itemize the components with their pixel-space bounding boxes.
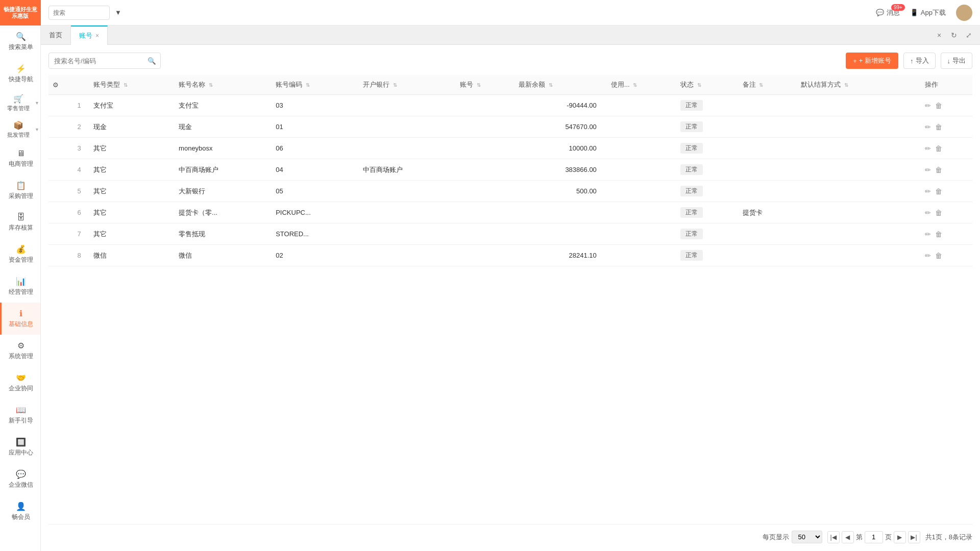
page-prev-button[interactable]: ◀ [842, 531, 854, 543]
delete-button[interactable]: 🗑 [935, 187, 942, 195]
tab-close-all-button[interactable]: × [933, 29, 945, 41]
cell-status: 正常 [676, 181, 738, 202]
edit-button[interactable]: ✏ [925, 252, 931, 260]
cell-account [456, 181, 514, 202]
delete-button[interactable]: 🗑 [935, 166, 942, 174]
sidebar-item-label: 应用中心 [9, 448, 33, 457]
app-icon: 📱 [910, 9, 918, 16]
sidebar-item-search-menu[interactable]: 🔍 搜索菜单 [0, 26, 40, 58]
sidebar-item-operations-mgmt[interactable]: 📊 经营管理 [0, 270, 40, 303]
import-button[interactable]: ↑ 导入 [903, 53, 936, 69]
gear-icon[interactable]: ⚙ [53, 81, 59, 89]
cell-actions: ✏ 🗑 [921, 95, 972, 116]
th-default-settle[interactable]: 默认结算方式 ⇅ [797, 75, 921, 95]
tab-accounts[interactable]: 账号 × [71, 26, 108, 45]
sidebar-item-app-center[interactable]: 🔲 应用中心 [0, 431, 40, 463]
export-button[interactable]: ↓ 导出 [941, 53, 973, 69]
cell-gear [48, 159, 69, 181]
edit-button[interactable]: ✏ [925, 144, 931, 153]
sidebar-item-label: 企业协同 [9, 384, 33, 393]
edit-button[interactable]: ✏ [925, 230, 931, 238]
search-input[interactable] [49, 54, 143, 68]
tab-actions: × ↻ ⤢ [933, 29, 980, 41]
delete-button[interactable]: 🗑 [935, 209, 942, 217]
cell-gear [48, 95, 69, 116]
cell-default-settle [797, 245, 921, 266]
th-account[interactable]: 账号 ⇅ [456, 75, 514, 95]
cell-bank [359, 245, 456, 266]
th-use[interactable]: 使用... ⇅ [607, 75, 676, 95]
enterprise-wechat-icon: 💬 [16, 469, 26, 479]
topbar-msg[interactable]: 💬 消息 99+ [876, 8, 900, 17]
th-code[interactable]: 账号编码 ⇅ [272, 75, 359, 95]
ecommerce-mgmt-icon: 🖥 [17, 149, 25, 158]
sidebar-item-quick-nav[interactable]: ⚡ 快捷导航 [0, 58, 40, 90]
sidebar-item-purchase-mgmt[interactable]: 📋 采购管理 [0, 174, 40, 207]
chevron-down-icon: ▼ [115, 9, 121, 16]
cell-code: STORED... [272, 223, 359, 245]
cell-code: 02 [272, 245, 359, 266]
export-icon: ↓ [947, 57, 951, 65]
cell-actions: ✏ 🗑 [921, 159, 972, 181]
th-bank[interactable]: 开户银行 ⇅ [359, 75, 456, 95]
tab-fullscreen-button[interactable]: ⤢ [963, 29, 975, 41]
delete-button[interactable]: 🗑 [935, 230, 942, 238]
sidebar-item-basic-info[interactable]: ℹ 基础信息 [0, 303, 40, 335]
page-number-input[interactable] [865, 531, 883, 543]
delete-button[interactable]: 🗑 [935, 144, 942, 153]
avatar[interactable] [956, 5, 972, 21]
sidebar-item-finance-mgmt[interactable]: 💰 资金管理 [0, 238, 40, 270]
delete-button[interactable]: 🗑 [935, 123, 942, 131]
page-next-button[interactable]: ▶ [894, 531, 906, 543]
th-balance[interactable]: 最新余额 ⇅ [514, 75, 607, 95]
edit-button[interactable]: ✏ [925, 166, 931, 174]
tab-close-icon[interactable]: × [95, 33, 99, 39]
th-name[interactable]: 账号名称 ⇅ [175, 75, 272, 95]
cell-balance: -90444.00 [514, 95, 607, 116]
sidebar-item-enterprise-wechat[interactable]: 💬 企业微信 [0, 463, 40, 495]
sidebar-item-enterprise-agreement[interactable]: 🤝 企业协同 [0, 367, 40, 399]
page-last-button[interactable]: ▶| [908, 531, 920, 543]
sidebar-item-retail-mgmt[interactable]: 🛒 零售管理 ▼ [0, 90, 40, 116]
edit-button[interactable]: ✏ [925, 187, 931, 195]
cell-use [607, 245, 676, 266]
tab-home[interactable]: 首页 [41, 26, 71, 45]
cell-bank [359, 138, 456, 159]
basic-info-icon: ℹ [19, 309, 22, 318]
topbar-app-download[interactable]: 📱 App下载 [910, 8, 946, 17]
chevron-down-icon: ▼ [35, 101, 39, 106]
sidebar-item-wholesale-mgmt[interactable]: 📦 批发管理 ▼ [0, 116, 40, 143]
search-button[interactable]: 🔍 [143, 53, 160, 68]
edit-button[interactable]: ✏ [925, 209, 931, 217]
page-nav: |◀ ◀ 第 页 ▶ ▶| [827, 531, 920, 543]
edit-button[interactable]: ✏ [925, 102, 931, 110]
sidebar-item-beginner-guide[interactable]: 📖 新手引导 [0, 399, 40, 431]
sort-icon: ⇅ [844, 82, 848, 88]
th-actions: 操作 [921, 75, 972, 95]
action-buttons: ✏ 🗑 [925, 166, 968, 174]
sidebar-item-ecommerce-mgmt[interactable]: 🖥 电商管理 [0, 143, 40, 174]
add-account-button[interactable]: + + 新增账号 [846, 53, 898, 69]
tab-refresh-button[interactable]: ↻ [948, 29, 960, 41]
cell-account [456, 116, 514, 138]
topbar-dropdown[interactable]: ▼ [115, 9, 121, 16]
delete-button[interactable]: 🗑 [935, 102, 942, 110]
page-first-button[interactable]: |◀ [827, 531, 840, 543]
cell-status: 正常 [676, 245, 738, 266]
cell-actions: ✏ 🗑 [921, 202, 972, 223]
cell-account [456, 223, 514, 245]
th-status[interactable]: 状态 ⇅ [676, 75, 738, 95]
th-type[interactable]: 账号类型 ⇅ [89, 75, 175, 95]
edit-button[interactable]: ✏ [925, 123, 931, 131]
cell-gear [48, 223, 69, 245]
action-buttons: ✏ 🗑 [925, 209, 968, 217]
th-remark[interactable]: 备注 ⇅ [739, 75, 797, 95]
sidebar-item-system-mgmt[interactable]: ⚙ 系统管理 [0, 335, 40, 367]
th-gear: ⚙ [48, 75, 69, 95]
wholesale-mgmt-icon: 📦 [13, 120, 23, 130]
page-size-select[interactable]: 50 100 200 [792, 531, 822, 543]
sidebar-item-member[interactable]: 👤 畅会员 [0, 495, 40, 528]
delete-button[interactable]: 🗑 [935, 252, 942, 260]
sidebar-item-inventory[interactable]: 🗄 库存核算 [0, 207, 40, 238]
topbar-search-input[interactable] [48, 6, 110, 20]
